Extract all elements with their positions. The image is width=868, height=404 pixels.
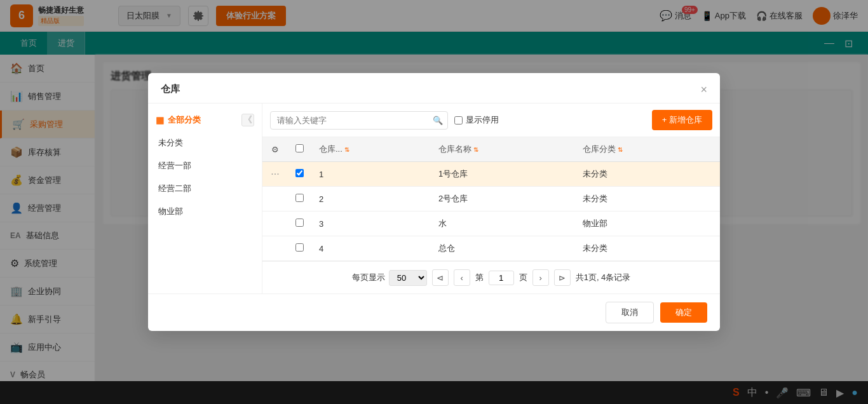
row2-more — [262, 187, 288, 212]
modal-overlay: 仓库 × ▦ 全部分类 《 未分类 经营一部 经营二部 物业部 — [0, 0, 868, 404]
table-wrap: ⚙ 仓库... ⇅ — [262, 137, 720, 261]
sort-arrows-category: ⇅ — [618, 146, 623, 153]
row2-category: 未分类 — [575, 187, 720, 212]
row2-checkbox[interactable] — [295, 194, 304, 202]
table-row[interactable]: 4 总仓 未分类 — [262, 236, 720, 261]
col-name: 仓库名称 ⇅ — [431, 137, 576, 162]
row2-num: 2 — [311, 187, 431, 212]
category-header: ▦ 全部分类 《 — [148, 109, 262, 131]
page-summary: 共1页, 4条记录 — [576, 272, 631, 283]
modal-close-button[interactable]: × — [700, 84, 707, 95]
category-panel: ▦ 全部分类 《 未分类 经营一部 经营二部 物业部 — [148, 104, 262, 293]
category-all-label: 全部分类 — [168, 114, 201, 126]
sort-arrows-code: ⇅ — [344, 146, 349, 153]
new-warehouse-button[interactable]: + 新增仓库 — [652, 110, 712, 130]
row1-name: 1号仓库 — [431, 162, 576, 187]
per-page-dropdown[interactable]: 50 20 100 — [389, 270, 427, 286]
first-page-button[interactable]: ⊲ — [432, 269, 449, 286]
col-category-label: 仓库分类 — [583, 144, 616, 155]
modal-header: 仓库 × — [148, 73, 720, 104]
col-name-sort[interactable]: 仓库名称 ⇅ — [438, 144, 478, 155]
col-category: 仓库分类 ⇅ — [575, 137, 720, 162]
select-all-checkbox[interactable] — [295, 144, 304, 152]
warehouse-table: ⚙ 仓库... ⇅ — [262, 137, 720, 261]
category-item-uncategorized[interactable]: 未分类 — [148, 131, 262, 154]
category-item-dept1[interactable]: 经营一部 — [148, 154, 262, 177]
grid-icon: ▦ — [156, 115, 164, 125]
row2-checkbox-cell — [288, 187, 311, 212]
table-row[interactable]: 3 水 物业部 — [262, 212, 720, 236]
row4-more — [262, 236, 288, 261]
table-toolbar: 🔍 显示停用 + 新增仓库 — [262, 104, 720, 137]
row1-checkbox[interactable] — [295, 169, 304, 177]
per-page-label: 每页显示 — [352, 272, 385, 283]
table-row[interactable]: ··· 1 1号仓库 未分类 — [262, 162, 720, 187]
search-input[interactable] — [270, 111, 448, 130]
col-checkbox — [288, 137, 311, 162]
warehouse-modal: 仓库 × ▦ 全部分类 《 未分类 经营一部 经营二部 物业部 — [148, 73, 720, 331]
next-page-button[interactable]: › — [532, 269, 549, 286]
table-panel: 🔍 显示停用 + 新增仓库 ⚙ — [262, 104, 720, 293]
row3-name: 水 — [431, 212, 576, 236]
row4-checkbox-cell — [288, 236, 311, 261]
show-disabled-checkbox[interactable] — [454, 116, 463, 125]
row3-more — [262, 212, 288, 236]
modal-body: ▦ 全部分类 《 未分类 经营一部 经营二部 物业部 🔍 — [148, 104, 720, 293]
row2-name: 2号仓库 — [431, 187, 576, 212]
last-page-button[interactable]: ⊳ — [554, 269, 571, 286]
row1-more[interactable]: ··· — [262, 162, 288, 187]
category-item-dept2[interactable]: 经营二部 — [148, 177, 262, 200]
row4-num: 4 — [311, 236, 431, 261]
row3-num: 3 — [311, 212, 431, 236]
page-unit: 页 — [519, 272, 527, 283]
show-disabled-checkbox-label[interactable]: 显示停用 — [454, 114, 499, 126]
cancel-button[interactable]: 取消 — [606, 302, 654, 323]
col-settings: ⚙ — [262, 137, 288, 162]
category-all-button[interactable]: ▦ 全部分类 — [156, 114, 201, 126]
modal-title: 仓库 — [161, 83, 180, 95]
col-name-label: 仓库名称 — [438, 144, 471, 155]
confirm-button[interactable]: 确定 — [660, 302, 707, 323]
category-item-property[interactable]: 物业部 — [148, 200, 262, 223]
table-row[interactable]: 2 2号仓库 未分类 — [262, 187, 720, 212]
col-code-sort[interactable]: 仓库... ⇅ — [319, 144, 349, 155]
table-header-row: ⚙ 仓库... ⇅ — [262, 137, 720, 162]
collapse-button[interactable]: 《 — [241, 114, 254, 126]
search-icon[interactable]: 🔍 — [433, 116, 443, 125]
col-code: 仓库... ⇅ — [311, 137, 431, 162]
row4-category: 未分类 — [575, 236, 720, 261]
sort-arrows-name: ⇅ — [473, 146, 478, 153]
row3-category: 物业部 — [575, 212, 720, 236]
pagination: 每页显示 50 20 100 ⊲ ‹ 第 页 › ⊳ 共1页, 4条记录 — [262, 261, 720, 293]
row1-checkbox-cell — [288, 162, 311, 187]
show-disabled-label: 显示停用 — [466, 114, 499, 126]
modal-footer: 取消 确定 — [148, 293, 720, 331]
row4-name: 总仓 — [431, 236, 576, 261]
row1-category: 未分类 — [575, 162, 720, 187]
row1-num: 1 — [311, 162, 431, 187]
row3-checkbox[interactable] — [295, 219, 304, 227]
col-code-label: 仓库... — [319, 144, 342, 155]
row4-checkbox[interactable] — [295, 243, 304, 252]
prev-page-button[interactable]: ‹ — [454, 269, 470, 286]
col-category-sort[interactable]: 仓库分类 ⇅ — [583, 144, 623, 155]
page-number-input[interactable] — [489, 271, 514, 285]
row3-checkbox-cell — [288, 212, 311, 236]
search-input-wrap: 🔍 — [270, 111, 448, 130]
page-label: 第 — [475, 272, 484, 283]
per-page-select: 每页显示 50 20 100 — [352, 270, 427, 286]
